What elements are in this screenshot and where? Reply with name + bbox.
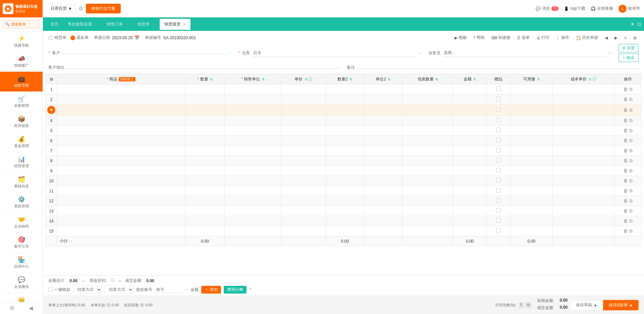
cost-info-icon[interactable]: ⓘ <box>592 77 596 81</box>
qty-cell[interactable] <box>185 186 225 196</box>
delete-row-button[interactable]: 🗑 <box>623 138 628 143</box>
copy-row-button[interactable]: ⧉ <box>629 158 633 164</box>
cost-cell[interactable] <box>552 116 614 126</box>
cost-sort-icon[interactable]: ⇅ <box>589 77 591 81</box>
cost-cell[interactable] <box>552 186 614 196</box>
logistics-button[interactable]: + 物流 <box>619 54 639 62</box>
onepay-checkbox[interactable]: 一键收款 <box>48 287 70 293</box>
amount-sort-icon[interactable]: ⇅ <box>473 77 476 81</box>
gift-checkbox[interactable] <box>496 128 501 132</box>
amount-cell[interactable] <box>453 166 487 176</box>
account-more-btn[interactable]: ··· <box>184 287 188 292</box>
gift-cell[interactable] <box>487 136 511 146</box>
qty-cell[interactable] <box>185 136 225 146</box>
cost-cell[interactable] <box>552 226 614 236</box>
copy-row-button[interactable]: ⧉ <box>629 86 633 92</box>
history-btn[interactable]: 📋 历史单据 <box>574 34 600 41</box>
video-btn[interactable]: ▶ 视频 <box>452 34 469 41</box>
unit-cell[interactable] <box>225 216 281 226</box>
cost-cell[interactable] <box>552 95 614 105</box>
unit-cell[interactable] <box>225 84 281 95</box>
sidebar-item-member[interactable]: 👑 畅会员 <box>0 293 43 302</box>
qty-cell[interactable] <box>185 176 225 186</box>
product-cell[interactable] <box>57 146 185 156</box>
price-cell[interactable] <box>281 216 326 226</box>
calc-method-select[interactable]: 结算方式 <box>73 286 102 294</box>
gift-cell[interactable] <box>487 196 511 206</box>
help-btn[interactable]: ? 帮助 <box>471 34 487 41</box>
delete-row-button[interactable]: 🗑 <box>623 228 628 234</box>
price-sort-icon[interactable]: ⇅ <box>305 77 307 81</box>
gift-checkbox[interactable] <box>496 86 501 91</box>
avail-cell[interactable] <box>511 136 553 146</box>
gift-checkbox[interactable] <box>496 168 501 173</box>
qty-cell[interactable] <box>185 166 225 176</box>
cost-cell[interactable] <box>552 126 614 136</box>
online-service-item[interactable]: 🎧 在线客服 <box>591 6 613 11</box>
product-cell[interactable] <box>57 126 185 136</box>
copy-row-button[interactable]: ⧉ <box>629 198 633 204</box>
price-cell[interactable] <box>281 84 326 95</box>
amount-cell[interactable] <box>453 186 487 196</box>
pkgqty-cell[interactable] <box>402 176 453 186</box>
tab-close-price[interactable]: ✕ <box>95 22 97 26</box>
pkgqty-cell[interactable] <box>402 105 453 116</box>
delete-row-button[interactable]: 🗑 <box>623 97 628 102</box>
qty2-cell[interactable] <box>326 196 364 206</box>
delete-row-button[interactable]: 🗑 <box>623 148 628 153</box>
unit2-cell[interactable] <box>364 126 402 136</box>
qty2-cell[interactable] <box>326 105 364 116</box>
trial-button[interactable]: 体验行业方案 <box>86 4 121 13</box>
gift-cell[interactable] <box>487 116 511 126</box>
delete-row-button[interactable]: 🗑 <box>623 128 628 133</box>
product-cell[interactable] <box>57 206 185 216</box>
product-cell[interactable] <box>57 95 185 105</box>
price-cell[interactable] <box>281 196 326 206</box>
avail-cell[interactable] <box>511 156 553 166</box>
qty-sort-icon[interactable]: ⇅ <box>210 77 213 81</box>
app-download-item[interactable]: 📱 App下载 <box>564 6 585 11</box>
message-item[interactable]: 💬 消息 70 <box>536 6 558 11</box>
qty2-sort-icon[interactable]: ⇅ <box>350 77 352 81</box>
sidebar-item-sales[interactable]: 💼 销售管理 <box>0 72 43 92</box>
product-cell[interactable] <box>57 156 185 166</box>
customer-more-btn[interactable]: ··· <box>228 51 232 55</box>
qty-cell[interactable] <box>185 116 225 126</box>
amount-cell[interactable] <box>453 136 487 146</box>
sidebar-collapse-button[interactable]: ◀ <box>29 305 33 311</box>
product-cell[interactable] <box>57 216 185 226</box>
cost-cell[interactable] <box>552 206 614 216</box>
shortcut-btn[interactable]: ⌨ 快捷键 <box>489 34 512 41</box>
pkgqty-cell[interactable] <box>402 146 453 156</box>
print-btn[interactable]: 🖨 打印 <box>534 34 551 41</box>
gift-checkbox[interactable] <box>496 178 501 183</box>
sidebar-item-inventory[interactable]: 📦 库存核算 <box>0 112 43 132</box>
tab-sales-order[interactable]: 销售订单 ✕ <box>102 19 133 30</box>
copy-row-button[interactable]: ⧉ <box>629 188 633 194</box>
qty2-cell[interactable] <box>326 226 364 236</box>
qty-cell[interactable] <box>185 196 225 206</box>
price-cell[interactable] <box>281 116 326 126</box>
unit2-cell[interactable] <box>364 116 402 126</box>
unit2-cell[interactable] <box>364 226 402 236</box>
pkgqty-cell[interactable] <box>402 186 453 196</box>
amount-cell[interactable] <box>453 116 487 126</box>
amount-cell[interactable] <box>453 226 487 236</box>
remarks-input[interactable] <box>357 66 639 69</box>
delete-row-button[interactable]: 🗑 <box>623 168 628 174</box>
gift-cell[interactable] <box>487 156 511 166</box>
radio-return[interactable]: 退款单 <box>70 35 89 41</box>
pkgqty-cell[interactable] <box>402 136 453 146</box>
price-cell[interactable] <box>281 126 326 136</box>
pkgqty-sort-icon[interactable]: ⇅ <box>435 77 438 81</box>
copy-row-button[interactable]: ⧉ <box>629 118 633 123</box>
qty-cell[interactable] <box>185 156 225 166</box>
qty2-cell[interactable] <box>326 176 364 186</box>
unit-cell[interactable] <box>225 186 281 196</box>
qty2-cell[interactable] <box>326 166 364 176</box>
qty2-cell[interactable] <box>326 146 364 156</box>
copy-row-button[interactable]: ⧉ <box>629 128 633 133</box>
save-draft-button[interactable]: 保存草稿 ▲ <box>570 300 603 310</box>
sidebar-item-wechat[interactable]: 💬 企业微信 <box>0 273 43 293</box>
salesperson-more-btn[interactable]: ··· <box>608 51 612 55</box>
